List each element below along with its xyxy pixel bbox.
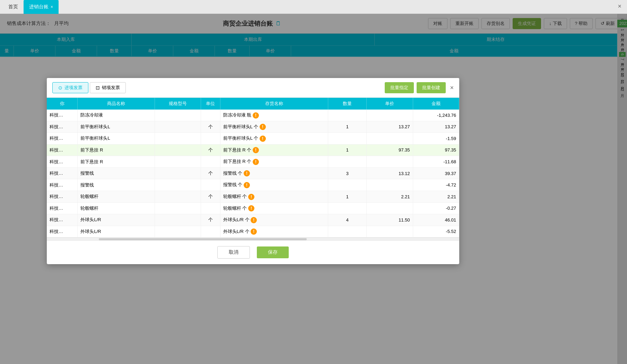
table-cell: 46.01 xyxy=(413,214,459,226)
table-cell xyxy=(155,179,201,191)
table-cell xyxy=(367,226,413,237)
home-tab[interactable]: 首页 xyxy=(3,0,24,14)
window-close-button[interactable]: × xyxy=(618,3,621,10)
modal-header: ⊙ 进项发票 ⊡ 销项发票 批量指定 批量创建 × xyxy=(47,78,459,98)
col-header-unit: 单位 xyxy=(201,98,220,110)
table-cell: 4 xyxy=(328,214,366,226)
table-cell: -1.59 xyxy=(413,133,459,145)
save-button[interactable]: 保存 xyxy=(257,246,289,258)
col-header-qty: 数量 xyxy=(328,98,366,110)
table-cell: -5.52 xyxy=(413,226,459,237)
table-cell: 前平衡杆球头L 个 ! xyxy=(220,133,328,145)
modal-tabs: ⊙ 进项发票 ⊡ 销项发票 xyxy=(52,82,385,93)
table-cell: 97.35 xyxy=(413,144,459,156)
table-cell xyxy=(328,226,366,237)
table-cell xyxy=(328,133,366,145)
warning-icon: ! xyxy=(248,194,254,200)
inventory-name-text: 外球头L/R 个 xyxy=(223,217,251,222)
table-cell xyxy=(367,179,413,191)
table-cell: 科技… xyxy=(47,202,78,214)
warning-icon: ! xyxy=(248,205,254,211)
inventory-name-text: 外球头L/R 个 xyxy=(223,229,251,234)
table-cell xyxy=(201,179,220,191)
col-header-product-name: 商品名称 xyxy=(78,98,155,110)
table-cell: 防冻冷却液 瓶 ! xyxy=(220,110,328,121)
cancel-button[interactable]: 取消 xyxy=(217,246,250,259)
horizontal-scrollbar[interactable] xyxy=(47,237,459,240)
table-cell: 科技… xyxy=(47,144,78,156)
modal-close-button[interactable]: × xyxy=(450,85,454,91)
table-cell: 轮毂螺杆 xyxy=(78,191,155,202)
warning-icon: ! xyxy=(253,147,259,153)
table-cell: 报警线 个 ! xyxy=(220,167,328,179)
app-window: 首页 进销台账 × × 销售成本计算方法： 月平均 商贸企业进销台账 🗒 对账 … xyxy=(0,0,627,364)
modal-action-buttons: 批量指定 批量创建 xyxy=(385,82,446,93)
table-cell xyxy=(155,144,201,156)
table-cell: 个 xyxy=(201,144,220,156)
warning-icon: ! xyxy=(244,182,250,188)
inventory-name-text: 前下悬挂 R 个 xyxy=(223,159,253,164)
incoming-tab-label: 进项发票 xyxy=(64,85,82,91)
table-cell: 外球头L/R 个 ! xyxy=(220,214,328,226)
table-cell xyxy=(155,121,201,133)
table-row: 科技…前平衡杆球头L个前平衡杆球头L 个 !113.2713.27 xyxy=(47,121,459,133)
table-cell: 外球头L/R xyxy=(78,226,155,237)
modal-table-wrapper[interactable]: 你 商品名称 规格型号 单位 存货名称 数量 单价 金额 科技…防冻冷却液防冻冷… xyxy=(47,98,459,237)
table-cell xyxy=(328,156,366,168)
table-row: 科技…防冻冷却液防冻冷却液 瓶 !-1,243.76 xyxy=(47,110,459,121)
tab-outgoing-invoice[interactable]: ⊡ 销项发票 xyxy=(90,82,126,93)
table-cell xyxy=(201,202,220,214)
modal-dialog: ⊙ 进项发票 ⊡ 销项发票 批量指定 批量创建 × xyxy=(47,78,459,264)
table-cell: 报警线 xyxy=(78,179,155,191)
outgoing-tab-label: 销项发票 xyxy=(102,85,120,91)
inventory-name-text: 轮毂螺杆 个 xyxy=(223,206,248,211)
warning-icon: ! xyxy=(260,136,266,142)
inventory-name-text: 轮毂螺杆 个 xyxy=(223,194,248,199)
warning-icon: ! xyxy=(260,124,266,130)
table-cell xyxy=(155,191,201,202)
table-cell: 39.37 xyxy=(413,167,459,179)
table-cell xyxy=(367,133,413,145)
table-cell: -4.72 xyxy=(413,179,459,191)
table-cell: 轮毂螺杆 个 ! xyxy=(220,191,328,202)
col-header-unit-price: 单价 xyxy=(367,98,413,110)
tab-incoming-invoice[interactable]: ⊙ 进项发票 xyxy=(52,82,88,93)
modal-footer: 取消 保存 xyxy=(47,240,459,264)
table-cell: 11.50 xyxy=(367,214,413,226)
batch-assign-button[interactable]: 批量指定 xyxy=(385,82,414,93)
warning-icon: ! xyxy=(253,112,259,119)
inventory-name-text: 防冻冷却液 瓶 xyxy=(223,112,253,118)
table-cell xyxy=(328,110,366,121)
table-cell: -11.68 xyxy=(413,156,459,168)
table-cell xyxy=(155,202,201,214)
table-cell: 外球头L/R 个 ! xyxy=(220,226,328,237)
modal-table: 你 商品名称 规格型号 单位 存货名称 数量 单价 金额 科技…防冻冷却液防冻冷… xyxy=(47,98,459,237)
tab-close-icon[interactable]: × xyxy=(51,5,53,9)
col-header-inventory-name: 存货名称 xyxy=(220,98,328,110)
table-cell: 1 xyxy=(328,121,366,133)
table-cell: 科技… xyxy=(47,179,78,191)
table-cell: 科技… xyxy=(47,110,78,121)
table-cell: 前下悬挂 R 个 ! xyxy=(220,144,328,156)
tab-bar: 首页 进销台账 × × xyxy=(0,0,627,14)
table-cell: -0.27 xyxy=(413,202,459,214)
table-cell: 科技… xyxy=(47,121,78,133)
table-cell: -1,243.76 xyxy=(413,110,459,121)
active-tab[interactable]: 进销台账 × xyxy=(24,0,59,14)
warning-icon: ! xyxy=(251,228,257,235)
table-cell: 1 xyxy=(328,191,366,202)
outgoing-tab-icon: ⊡ xyxy=(96,85,100,90)
table-cell: 个 xyxy=(201,214,220,226)
inventory-name-text: 前平衡杆球头L 个 xyxy=(223,136,260,141)
table-cell: 个 xyxy=(201,191,220,202)
col-header-company: 你 xyxy=(47,98,78,110)
table-cell: 3 xyxy=(328,167,366,179)
table-cell xyxy=(367,110,413,121)
batch-create-button[interactable]: 批量创建 xyxy=(417,82,446,93)
table-cell: 13.12 xyxy=(367,167,413,179)
table-cell: 前下悬挂 R xyxy=(78,156,155,168)
table-cell: 轮毂螺杆 xyxy=(78,202,155,214)
main-content: 销售成本计算方法： 月平均 商贸企业进销台账 🗒 对账 重新开账 存货别名 生成… xyxy=(0,14,627,364)
table-row: 科技…轮毂螺杆个轮毂螺杆 个 !12.212.21 xyxy=(47,191,459,202)
table-cell: 前下悬挂 R xyxy=(78,144,155,156)
